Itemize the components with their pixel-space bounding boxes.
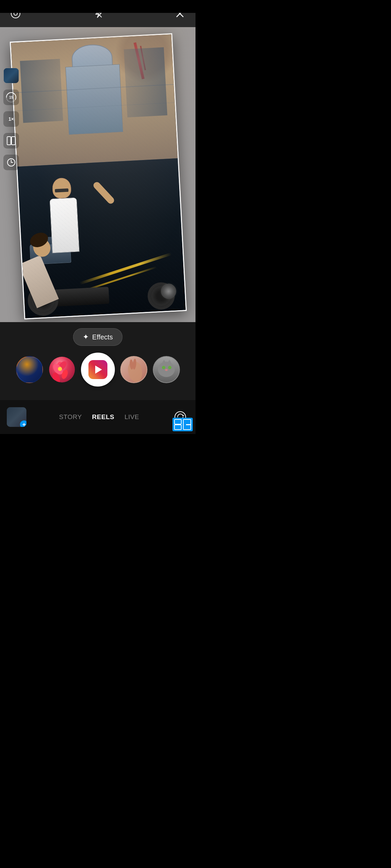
zoom-label: 1× [8, 116, 14, 122]
artwork-display [10, 33, 187, 319]
layout-button[interactable] [3, 133, 19, 149]
zoom-button[interactable]: 1× [3, 111, 19, 127]
media-thumbnail-button[interactable] [3, 68, 19, 83]
effects-button[interactable]: ✦ Effects [73, 328, 123, 346]
countdown-icon [6, 158, 16, 167]
layout-icon [6, 136, 16, 145]
tab-story[interactable]: STORY [59, 413, 82, 421]
timer-value: 15 [9, 95, 13, 99]
svg-rect-17 [174, 425, 181, 430]
media-thumbnail-5[interactable] [153, 356, 180, 383]
svg-rect-8 [12, 137, 15, 145]
svg-rect-19 [186, 424, 191, 425]
media-strip [0, 353, 196, 387]
bottom-navigation: + STORY REELS LIVE [0, 400, 196, 434]
brand-icon [172, 418, 193, 431]
media-thumbnail-4[interactable] [120, 356, 147, 383]
svg-rect-16 [174, 419, 181, 424]
brand-logo [174, 419, 191, 430]
camera-viewfinder: 15 1× [0, 27, 196, 322]
media-thumbnail-1[interactable] [16, 356, 43, 383]
record-button[interactable] [81, 353, 115, 387]
effects-label: Effects [92, 333, 113, 341]
brand-watermark [172, 418, 193, 431]
camera-mode-tabs: STORY REELS LIVE [59, 413, 139, 421]
sparkles-icon: ✦ [83, 333, 89, 341]
reels-icon [88, 360, 107, 379]
svg-marker-14 [183, 415, 184, 416]
timer-button[interactable]: 15 [3, 90, 19, 105]
countdown-button[interactable] [3, 155, 19, 170]
bottom-controls: ✦ Effects [0, 322, 196, 434]
timer-display: 15 [5, 91, 17, 103]
add-media-badge: + [20, 420, 26, 427]
left-controls: 15 1× [3, 68, 19, 170]
svg-rect-7 [7, 137, 11, 145]
gallery-button[interactable]: + [7, 407, 26, 427]
play-icon [95, 366, 102, 374]
tab-live[interactable]: LIVE [124, 413, 139, 421]
tab-reels[interactable]: REELS [92, 413, 115, 421]
status-bar [0, 0, 196, 13]
media-thumbnail-2[interactable] [48, 356, 76, 383]
